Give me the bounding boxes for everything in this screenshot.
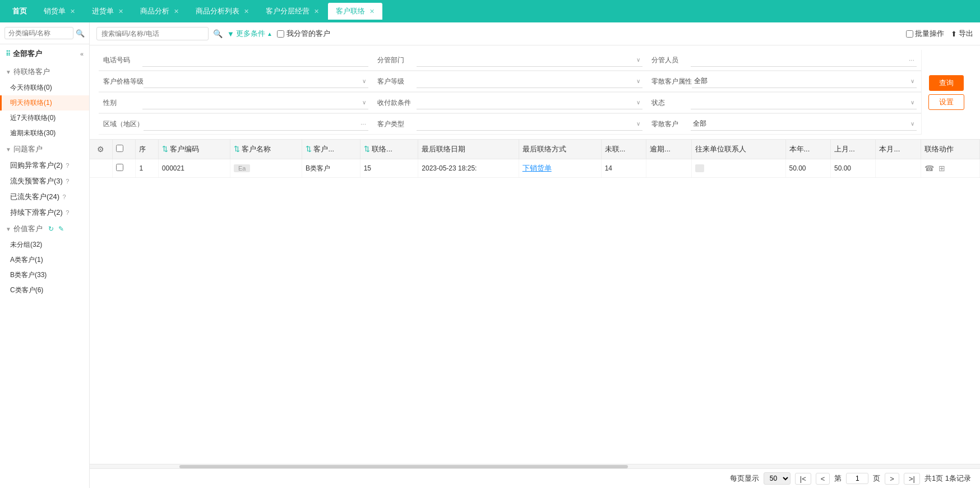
td-checkbox <box>112 159 136 178</box>
th-num[interactable]: 序 <box>136 140 158 159</box>
manager-dots-icon[interactable]: ··· <box>909 56 914 64</box>
td-last-month: 50.00 <box>830 159 875 178</box>
th-last-date[interactable]: 最后联络日期 <box>418 140 519 159</box>
th-name[interactable]: ⇅ 客户名称 <box>230 140 302 159</box>
manager-filter-cell: 分管人员 ··· <box>647 50 921 71</box>
sidebar-item-c-class[interactable]: C类客户(6) <box>0 283 89 298</box>
sidebar-problem-group[interactable]: ▼ 问题客户 <box>0 141 89 158</box>
customer-type-select[interactable]: ∨ <box>417 117 642 131</box>
gender-select[interactable]: ∨ <box>142 96 368 109</box>
gender-label: 性别 <box>103 98 142 108</box>
dept-select[interactable]: ∨ <box>417 53 642 67</box>
sidebar-item-7days[interactable]: 近7天待联络(0) <box>0 111 89 126</box>
status-select[interactable]: ∨ <box>691 96 917 109</box>
batch-op-button[interactable]: 批量操作 <box>906 29 944 39</box>
sidebar-collapse-icon[interactable]: « <box>80 50 84 57</box>
td-num: 1 <box>136 159 158 178</box>
sidebar-item-today[interactable]: 今天待联络(0) <box>0 80 89 95</box>
td-action: ☎ ⊞ <box>921 159 979 178</box>
first-page-button[interactable]: |< <box>795 473 811 485</box>
prev-page-button[interactable]: < <box>816 473 830 485</box>
toolbar-right: 批量操作 ⬆ 导出 <box>906 29 973 39</box>
scrollbar-thumb[interactable] <box>179 465 628 468</box>
more-conditions-button[interactable]: ▼ 更多条件 ▲ <box>227 29 272 39</box>
refresh-icon[interactable]: ↻ <box>48 225 54 233</box>
last-contact-link[interactable]: 下销货单 <box>523 164 552 172</box>
customer-level-dropdown-icon: ∨ <box>636 78 640 84</box>
phone-input[interactable] <box>142 53 368 67</box>
nav-close-contact[interactable]: ✕ <box>369 8 375 15</box>
sidebar-item-tomorrow[interactable]: 明天待联络(1) <box>0 95 89 111</box>
th-code[interactable]: ⇅ 客户编码 <box>158 140 230 159</box>
th-gear[interactable]: ⚙ <box>90 140 112 159</box>
nav-customer-tier[interactable]: 客户分层经营 ✕ <box>258 3 327 20</box>
sidebar-item-churn-warning[interactable]: 流失预警客户(3) ? <box>0 173 89 189</box>
sidebar-item-ungrouped[interactable]: 未分组(32) <box>0 237 89 252</box>
th-this-month[interactable]: 本月... <box>876 140 921 159</box>
sidebar-pending-group[interactable]: ▼ 待联络客户 <box>0 63 89 80</box>
region-dots-icon[interactable]: ··· <box>360 120 366 128</box>
nav-purchase-order[interactable]: 进货单 ✕ <box>84 3 131 20</box>
row-checkbox[interactable] <box>116 164 123 171</box>
nav-customer-contact[interactable]: 客户联络 ✕ <box>328 3 382 20</box>
nav-close-purchase[interactable]: ✕ <box>118 8 123 15</box>
page-number-input[interactable] <box>846 473 868 484</box>
th-last-method[interactable]: 最后联络方式 <box>519 140 601 159</box>
sidebar-all-customers[interactable]: ⠿ 全部客户 « <box>0 44 89 63</box>
nav-close-sales[interactable]: ✕ <box>70 8 75 15</box>
nav-home[interactable]: 首页 <box>4 3 35 20</box>
th-unit-contact[interactable]: 往来单位联系人 <box>691 140 785 159</box>
th-overdue[interactable]: 逾期... <box>646 140 691 159</box>
th-not-contacted[interactable]: 未联... <box>601 140 646 159</box>
horizontal-scrollbar[interactable] <box>90 464 980 468</box>
sidebar-item-overdue[interactable]: 逾期未联络(30) <box>0 126 89 141</box>
set-button[interactable]: 设置 <box>928 94 964 110</box>
th-contact[interactable]: ⇅ 联络... <box>360 140 418 159</box>
query-button[interactable]: 查询 <box>929 75 964 91</box>
price-level-select[interactable]: ∨ <box>144 75 368 88</box>
sidebar-search-area: 🔍 <box>0 22 89 44</box>
nav-product-analysis-list[interactable]: 商品分析列表 ✕ <box>188 3 257 20</box>
sidebar-search-icon[interactable]: 🔍 <box>76 29 85 38</box>
region-input[interactable]: ··· <box>144 117 368 131</box>
select-all-checkbox[interactable] <box>116 145 123 152</box>
retail-customer-select[interactable]: 全部 ∨ <box>691 117 917 131</box>
search-button[interactable]: 🔍 <box>213 29 223 38</box>
edit-icon[interactable]: ✎ <box>58 225 64 233</box>
td-this-year: 50.00 <box>785 159 830 178</box>
sidebar-item-a-class[interactable]: A类客户(1) <box>0 252 89 268</box>
nav-product-analysis[interactable]: 商品分析 ✕ <box>132 3 187 20</box>
nav-close-product-list[interactable]: ✕ <box>244 8 249 15</box>
th-checkbox <box>112 140 136 159</box>
manager-input[interactable]: ··· <box>691 53 917 67</box>
nav-sales-order[interactable]: 销货单 ✕ <box>36 3 83 20</box>
action-phone-icon[interactable]: ☎ <box>924 164 934 173</box>
sidebar-search-input[interactable] <box>4 27 73 39</box>
th-customer-type[interactable]: ⇅ 客户... <box>302 140 360 159</box>
sidebar-value-group[interactable]: ▼ 价值客户 ↻ ✎ <box>0 220 89 237</box>
nav-close-product[interactable]: ✕ <box>174 8 179 15</box>
retail-customer-cell: 零散客户 全部 ∨ <box>647 114 921 135</box>
retail-attr-select[interactable]: 全部 ∨ <box>692 75 917 88</box>
filter-panel: 电话号码 分管部门 ∨ <box>90 45 980 140</box>
td-last-method[interactable]: 下销货单 <box>519 159 601 178</box>
sidebar-item-declining[interactable]: 持续下滑客户(2) ? <box>0 205 89 220</box>
customer-level-select[interactable]: ∨ <box>417 75 642 88</box>
export-button[interactable]: ⬆ 导出 <box>951 29 973 39</box>
sidebar-item-b-class[interactable]: B类客户(33) <box>0 268 89 283</box>
batch-op-checkbox[interactable] <box>906 30 913 38</box>
my-customers-checkbox[interactable] <box>277 30 284 38</box>
sidebar-item-repurchase[interactable]: 回购异常客户(2) ? <box>0 158 89 173</box>
action-grid-icon[interactable]: ⊞ <box>939 164 945 173</box>
search-input[interactable] <box>96 27 209 40</box>
next-page-button[interactable]: > <box>885 473 899 485</box>
my-customers-checkbox-label[interactable]: 我分管的客户 <box>277 29 330 39</box>
td-contact: 15 <box>360 159 418 178</box>
sidebar-item-churned[interactable]: 已流失客户(24) ? <box>0 189 89 205</box>
payment-select[interactable]: ∨ <box>417 96 642 109</box>
last-page-button[interactable]: >| <box>904 473 920 485</box>
page-size-select[interactable]: 50 <box>764 472 791 485</box>
th-this-year[interactable]: 本年... <box>785 140 830 159</box>
nav-close-tier[interactable]: ✕ <box>314 8 319 15</box>
th-last-month[interactable]: 上月... <box>830 140 875 159</box>
